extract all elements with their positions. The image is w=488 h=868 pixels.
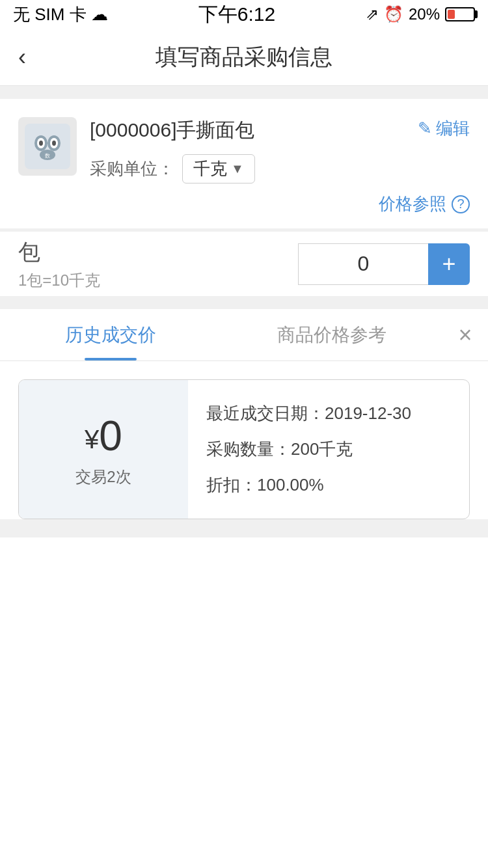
tab-close-button[interactable]: ×	[442, 312, 488, 358]
price-card-left: ¥0 交易2次	[19, 380, 188, 519]
quantity-input[interactable]: 0	[298, 243, 428, 285]
edit-link[interactable]: ✎ 编辑	[418, 117, 470, 140]
last-date-value: 2019-12-30	[325, 403, 411, 423]
tab-section: 历史成交价 商品价格参考 × ¥0 交易2次 最近成交日期：2019-12-30…	[0, 309, 488, 519]
quantity-unit-big: 包	[18, 237, 100, 267]
price-card: ¥0 交易2次 最近成交日期：2019-12-30 采购数量：200千克 折扣：…	[18, 379, 470, 519]
status-left: 无 SIM 卡 ☁	[13, 3, 108, 26]
product-left: 数 [0000006]手撕面包 采购单位： 千克 ▼	[18, 117, 255, 183]
edit-icon: ✎	[418, 118, 432, 139]
price-value: ¥0	[85, 412, 122, 460]
price-ref-row: 价格参照 ?	[18, 193, 470, 215]
quantity-section: 包 1包=10千克 0 +	[0, 231, 488, 296]
battery-percent: 20%	[409, 5, 440, 23]
price-ref-button[interactable]: 价格参照 ?	[379, 193, 470, 215]
discount-label: 折扣：	[206, 475, 257, 495]
tab-header: 历史成交价 商品价格参考 ×	[0, 309, 488, 361]
unit-select-dropdown[interactable]: 千克 ▼	[182, 154, 255, 183]
help-icon: ?	[452, 195, 470, 213]
quantity-input-row: 0 +	[298, 243, 470, 285]
quantity-plus-button[interactable]: +	[428, 243, 470, 285]
price-ref-label: 价格参照	[379, 193, 446, 215]
last-date-label: 最近成交日期：	[206, 403, 325, 423]
price-transactions: 交易2次	[75, 467, 131, 487]
product-unit-row: 采购单位： 千克 ▼	[90, 154, 255, 183]
tab-history-price[interactable]: 历史成交价	[0, 309, 221, 360]
battery-icon	[445, 7, 475, 21]
back-button[interactable]: ‹	[18, 44, 26, 71]
last-date-item: 最近成交日期：2019-12-30	[206, 401, 451, 426]
product-info: [0000006]手撕面包 采购单位： 千克 ▼	[90, 117, 255, 183]
svg-text:数: 数	[45, 153, 50, 159]
quantity-unit-small: 1包=10千克	[18, 270, 100, 291]
alarm-icon: ⏰	[384, 5, 403, 23]
signal-label: 无 SIM 卡 ☁	[13, 3, 108, 26]
bottom-area	[0, 537, 488, 868]
quantity-label-block: 包 1包=10千克	[18, 237, 100, 291]
svg-rect-0	[25, 124, 70, 169]
status-right: ⇗ ⏰ 20%	[366, 5, 475, 23]
header: ‹ 填写商品采购信息	[0, 29, 488, 86]
price-card-right: 最近成交日期：2019-12-30 采购数量：200千克 折扣：100.00%	[188, 380, 469, 519]
product-thumbnail: 数	[18, 117, 77, 176]
purchase-quantity-label: 采购数量：	[206, 439, 291, 459]
purchase-quantity-value: 200千克	[291, 439, 353, 459]
location-icon: ⇗	[366, 5, 379, 23]
tab-product-price-ref[interactable]: 商品价格参考	[221, 309, 442, 360]
discount-value: 100.00%	[257, 475, 324, 495]
product-name: [0000006]手撕面包	[90, 117, 255, 144]
purchase-quantity-item: 采购数量：200千克	[206, 437, 451, 462]
price-number: 0	[99, 413, 122, 459]
unit-label: 采购单位：	[90, 157, 174, 180]
svg-point-6	[52, 141, 56, 146]
status-bar: 无 SIM 卡 ☁ 下午6:12 ⇗ ⏰ 20%	[0, 0, 488, 29]
svg-point-5	[39, 141, 43, 146]
yen-symbol: ¥	[85, 424, 99, 453]
tab-history-price-label: 历史成交价	[65, 323, 156, 347]
status-time: 下午6:12	[198, 1, 275, 28]
tab-active-underline	[85, 358, 137, 360]
dropdown-arrow-icon: ▼	[231, 161, 244, 176]
tab-product-price-ref-label: 商品价格参考	[277, 323, 386, 347]
unit-value: 千克	[193, 157, 227, 180]
discount-item: 折扣：100.00%	[206, 472, 451, 498]
edit-label: 编辑	[436, 117, 470, 140]
product-top: 数 [0000006]手撕面包 采购单位： 千克 ▼ ✎ 编辑	[18, 117, 470, 183]
page-title: 填写商品采购信息	[156, 42, 332, 72]
product-card: 数 [0000006]手撕面包 采购单位： 千克 ▼ ✎ 编辑 价格参照 ?	[0, 99, 488, 228]
